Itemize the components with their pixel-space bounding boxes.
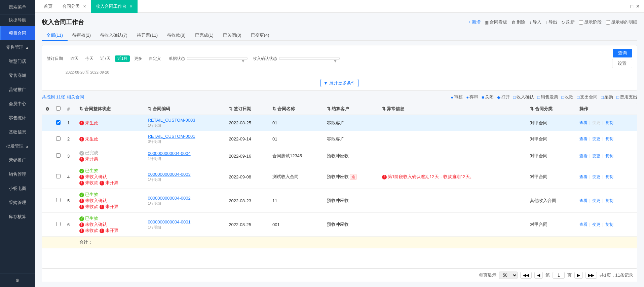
show-segments-checkbox[interactable]: 显示阶段 (579, 19, 602, 25)
row5-copy[interactable]: 复制 (605, 198, 613, 203)
row1-copy[interactable]: 复制 (605, 120, 613, 125)
import-button[interactable]: ↓ 导入 (529, 19, 541, 25)
row5-edit[interactable]: 变更 (592, 198, 600, 203)
col-name[interactable]: ⇅ 合同名称 (269, 103, 324, 115)
sidebar-item-wholesale[interactable]: 批发管理 ▲ (0, 139, 35, 153)
row1-check[interactable] (56, 120, 61, 125)
sidebar-item-marketing2[interactable]: 营销推广 (0, 153, 35, 167)
row5-view[interactable]: 查看 (579, 198, 588, 203)
income-confirm-select[interactable]: ▼ (279, 57, 340, 60)
minimize-button[interactable]: — (623, 4, 628, 9)
col-settings[interactable]: ⚙ (42, 103, 53, 115)
sidebar-item-purchase[interactable]: 采购管理 (0, 196, 35, 210)
date-custom[interactable]: 自定义 (147, 55, 163, 62)
status-tab-all[interactable]: 全部(11) (42, 30, 68, 41)
refresh-button[interactable]: ↻ 刷新 (561, 19, 575, 25)
row4-copy[interactable]: 复制 (605, 174, 613, 179)
action-income-confirm[interactable]: □ 收入确认 (513, 94, 534, 100)
row6-edit[interactable]: 变更 (592, 222, 600, 227)
row2-copy[interactable]: 复制 (605, 136, 613, 141)
date-more[interactable]: 更多 (132, 55, 145, 62)
row4-edit[interactable]: 变更 (592, 174, 600, 179)
query-button[interactable]: 查询 (613, 49, 632, 57)
maximize-button[interactable]: □ (631, 4, 633, 9)
status-tab-completed[interactable]: 已完成(1) (190, 30, 218, 41)
show-segments-input[interactable] (579, 20, 583, 25)
sidebar-item-retail-mgmt[interactable]: 零售管理 ▲ (0, 40, 35, 54)
sidebar-item-project[interactable]: 项目合同 (0, 26, 35, 40)
row3-check[interactable] (56, 153, 61, 158)
row6-check[interactable] (56, 222, 61, 226)
row2-checkbox[interactable] (53, 131, 64, 147)
tab-income-workbench-close[interactable]: ✕ (129, 4, 132, 8)
close-button[interactable]: ✕ (636, 4, 640, 9)
row3-checkbox[interactable] (53, 147, 64, 165)
status-tab-pending-income[interactable]: 待收入确认(7) (96, 30, 132, 41)
doc-status-select[interactable]: ▼ (187, 57, 248, 60)
sidebar-quick-nav[interactable]: 快捷导航 (0, 14, 35, 26)
col-category[interactable]: ⇅ 合同分类 (527, 103, 576, 115)
last-page-button[interactable]: ▶▶ (585, 272, 597, 279)
date-last7[interactable]: 近7天 (98, 55, 113, 62)
row3-view[interactable]: 查看 (579, 154, 588, 158)
page-number-input[interactable] (553, 272, 565, 279)
new-button[interactable]: + 新增 (468, 19, 481, 25)
sidebar-item-retail-stat[interactable]: 零售统计 (0, 111, 35, 125)
sidebar-item-xiao-chang[interactable]: 小畅电商 (0, 181, 35, 196)
sidebar-item-retail-mall[interactable]: 零售商城 (0, 69, 35, 83)
action-payment[interactable]: □ 收款 (562, 94, 574, 100)
expand-conditions-button[interactable]: ▼ 展开更多条件 (320, 79, 358, 87)
col-status[interactable]: ⇅ 合同整体状态 (76, 103, 144, 115)
delete-button[interactable]: 🗑 删除 (511, 19, 525, 25)
tab-contract-type-close[interactable]: ✕ (83, 4, 86, 8)
status-tab-closed[interactable]: 已关闭(0) (218, 30, 246, 41)
show-details-input[interactable] (606, 20, 610, 25)
action-open[interactable]: ◆ 打开 (497, 94, 510, 100)
action-review[interactable]: ● 审核 (451, 94, 463, 100)
row4-checkbox[interactable] (53, 165, 64, 189)
row6-view[interactable]: 查看 (579, 222, 588, 227)
contract-board-button[interactable]: ▦ 合同看板 (485, 19, 507, 25)
action-expense-out[interactable]: □ 支出合同 (577, 94, 598, 100)
action-close[interactable]: ■ 关闭 (482, 94, 494, 100)
sidebar-search[interactable]: 搜索菜单 (0, 0, 35, 14)
select-all-checkbox[interactable] (56, 106, 61, 111)
row5-checkbox[interactable] (53, 189, 64, 213)
row6-code-link[interactable]: 0000000000004-0001 (148, 219, 190, 224)
row1-view[interactable]: 查看 (579, 120, 588, 125)
show-details-checkbox[interactable]: 显示标的明细 (606, 19, 637, 25)
row5-code-link[interactable]: 0000000000004-0002 (148, 196, 190, 201)
status-tab-pending-invoice[interactable]: 待开票(11) (132, 30, 162, 41)
status-tab-pending-payment[interactable]: 待收款(8) (162, 30, 190, 41)
prev-page-button[interactable]: ◀ (534, 272, 543, 279)
sidebar-item-member-center[interactable]: 会员中心 (0, 97, 35, 111)
col-checkbox[interactable] (53, 103, 64, 115)
tab-contract-type[interactable]: 合同分类 ✕ (58, 0, 91, 13)
row6-copy[interactable]: 复制 (605, 222, 613, 227)
row4-check[interactable] (56, 174, 61, 178)
row1-edit[interactable]: 变更 (592, 120, 600, 125)
export-button[interactable]: ↑ 导出 (545, 19, 558, 25)
action-purchase[interactable]: □ 采购 (601, 94, 613, 100)
sidebar-item-basic-info[interactable]: 基础信息 (0, 125, 35, 139)
row2-edit[interactable]: 变更 (592, 136, 600, 141)
row2-code-link[interactable]: RETAIL_CUSTOM-0001 (148, 134, 195, 139)
col-abnormal[interactable]: ⇅ 异常信息 (379, 103, 527, 115)
date-yesterday[interactable]: 昨天 (68, 55, 81, 62)
status-tab-pending-review[interactable]: 待审核(2) (68, 30, 96, 41)
tab-income-workbench[interactable]: 收入合同工作台 ✕ (91, 0, 138, 13)
row2-check[interactable] (56, 136, 61, 141)
row3-code-link[interactable]: 0000000000004-0004 (148, 151, 190, 156)
row6-checkbox[interactable] (53, 213, 64, 237)
action-sales-invoice[interactable]: □ 销售发票 (537, 94, 558, 100)
col-code[interactable]: ⇅ 合同编码 (144, 103, 225, 115)
sidebar-item-sales-mgmt[interactable]: 销售管理 (0, 167, 35, 181)
sidebar-item-marketing[interactable]: 营销推广 (0, 83, 35, 97)
row2-view[interactable]: 查看 (579, 136, 588, 141)
status-tab-changed[interactable]: 已变更(4) (246, 30, 274, 41)
row4-code-link[interactable]: 0000000000004-0003 (148, 172, 190, 177)
row3-edit[interactable]: 变更 (592, 154, 600, 158)
action-abandon[interactable]: ● 弃审 (466, 94, 478, 100)
row5-check[interactable] (56, 198, 61, 202)
col-customer[interactable]: ⇅ 结算客户 (324, 103, 379, 115)
